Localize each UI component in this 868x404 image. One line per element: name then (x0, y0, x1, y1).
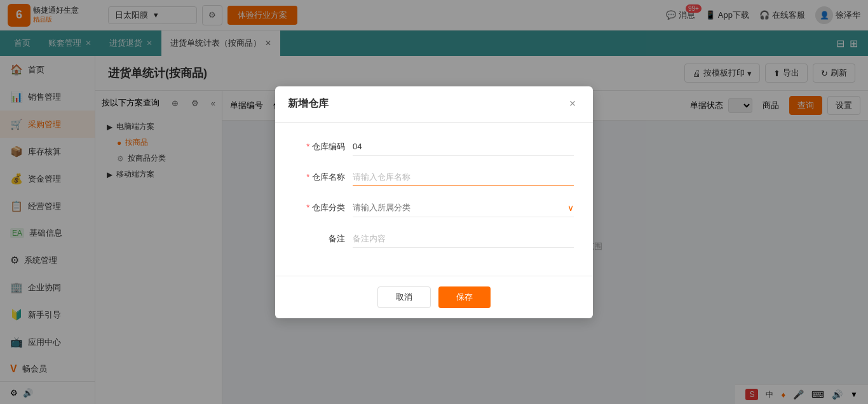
warehouse-name-label: 仓库名称 (294, 172, 345, 183)
notes-label: 备注 (294, 233, 345, 245)
warehouse-code-label: 仓库编码 (294, 141, 345, 152)
modal-close-button[interactable]: × (565, 97, 580, 112)
save-button[interactable]: 保存 (438, 286, 491, 308)
modal-title: 新增仓库 (288, 97, 329, 111)
warehouse-code-input[interactable] (353, 138, 574, 156)
new-warehouse-modal: 新增仓库 × 仓库编码 仓库名称 仓库分类 ∨ (275, 86, 593, 318)
warehouse-category-input[interactable] (353, 203, 567, 212)
modal-footer: 取消 保存 (275, 276, 593, 318)
modal-header: 新增仓库 × (275, 86, 593, 123)
modal-body: 仓库编码 仓库名称 仓库分类 ∨ 备注 (275, 123, 593, 276)
cancel-button[interactable]: 取消 (377, 286, 431, 308)
warehouse-code-row: 仓库编码 (294, 138, 574, 156)
warehouse-name-input[interactable] (353, 168, 574, 186)
notes-row: 备注 (294, 230, 574, 248)
category-dropdown-icon: ∨ (567, 203, 574, 213)
warehouse-category-label: 仓库分类 (294, 202, 345, 213)
modal-overlay[interactable]: 新增仓库 × 仓库编码 仓库名称 仓库分类 ∨ (0, 0, 868, 404)
warehouse-category-select[interactable]: ∨ (353, 199, 574, 217)
warehouse-category-row: 仓库分类 ∨ (294, 199, 574, 217)
warehouse-name-row: 仓库名称 (294, 168, 574, 186)
notes-input[interactable] (353, 230, 574, 248)
